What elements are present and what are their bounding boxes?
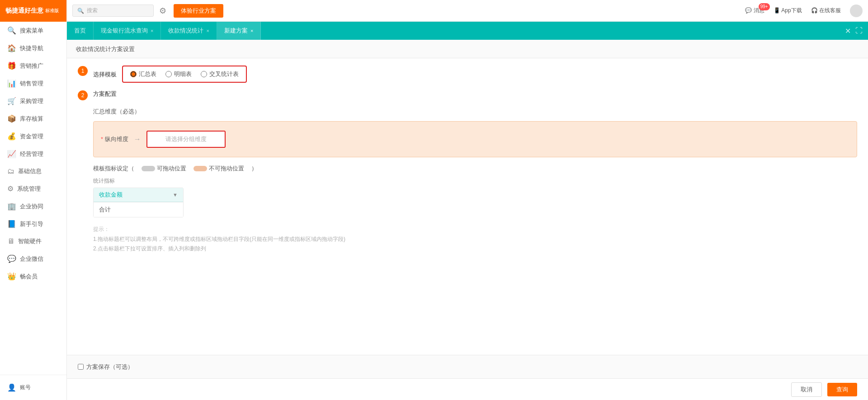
tips-area: 提示： 1.拖动标题栏可以调整布局，不可跨维度或指标区域拖动栏目字段(只能在同一… [93, 225, 857, 254]
finance-icon: 💰 [7, 132, 16, 141]
sidebar-label-finance: 资金管理 [20, 132, 43, 141]
legend-movable-label: 可拖动位置 [157, 165, 186, 173]
dim-required-label: 汇总维度（必选） [93, 108, 140, 115]
sidebar-item-basic[interactable]: 🗂基础信息 [0, 163, 66, 180]
operation-icon: 📈 [7, 150, 16, 158]
main-area: 🔍 搜索 ⚙ 体验行业方案 💬 消息 99+ 📱 App下载 🎧 在线客服 首页… [67, 0, 868, 400]
quick-nav-icon: 🏠 [7, 44, 16, 52]
sidebar-bottom-label: 账号 [20, 384, 31, 391]
sidebar-item-purchase[interactable]: 🛒采购管理 [0, 92, 66, 110]
search-placeholder: 搜索 [87, 7, 98, 14]
cancel-button[interactable]: 取消 [791, 382, 822, 397]
query-button[interactable]: 查询 [827, 383, 857, 396]
settings-icon[interactable]: ⚙ [159, 6, 166, 16]
logo-text: 畅捷通好生意 [5, 7, 43, 15]
sidebar-item-system[interactable]: ⚙系统管理 [0, 180, 66, 198]
sidebar-item-hardware[interactable]: 🖥智能硬件 [0, 233, 66, 250]
vertical-label-text: 纵向维度 [105, 136, 128, 142]
sidebar-item-member[interactable]: 👑畅会员 [0, 268, 66, 285]
tab-bank-flow[interactable]: 现金银行流水查询× [94, 22, 161, 40]
metrics-close-paren: ） [251, 165, 257, 173]
sidebar-item-wechat[interactable]: 💬企业微信 [0, 250, 66, 268]
tips-title: 提示： [93, 226, 109, 232]
radio-cross-label: 交叉统计表 [209, 70, 239, 78]
sidebar-label-basic: 基础信息 [18, 167, 42, 175]
radio-detail[interactable]: 明细表 [165, 70, 192, 78]
search-icon: 🔍 [7, 26, 16, 35]
user-avatar[interactable] [850, 5, 863, 17]
search-icon: 🔍 [77, 8, 84, 14]
radio-summary[interactable]: 汇总表 [130, 70, 156, 78]
save-plan-checkbox[interactable] [78, 364, 84, 370]
industry-btn[interactable]: 体验行业方案 [174, 4, 223, 18]
section2-row: 2 方案配置 [78, 90, 857, 100]
radio-summary-input[interactable] [130, 71, 137, 77]
sidebar-item-quick-nav[interactable]: 🏠快捷导航 [0, 39, 66, 57]
maximize-icon[interactable]: ⛶ [855, 27, 863, 35]
sidebar-item-guide[interactable]: 📘新手引导 [0, 215, 66, 233]
section1-label: 选择模板 [93, 71, 117, 79]
dim-arrow-icon: → [134, 135, 141, 143]
sidebar-item-marketing[interactable]: 🎁营销推广 [0, 57, 66, 75]
tab-label-home: 首页 [74, 27, 86, 35]
topbar: 🔍 搜索 ⚙ 体验行业方案 💬 消息 99+ 📱 App下载 🎧 在线客服 [67, 0, 868, 22]
template-options: 汇总表 明细表 交叉统计表 [122, 66, 247, 83]
tab-close-new-plan[interactable]: × [250, 28, 253, 33]
sidebar-label-purchase: 采购管理 [20, 97, 43, 105]
tab-new-plan[interactable]: 新建方案× [217, 22, 261, 40]
sidebar-item-inventory[interactable]: 📦库存核算 [0, 110, 66, 127]
enterprise-icon: 🏢 [7, 202, 16, 211]
message-badge: 99+ [759, 3, 770, 10]
tabbar: 首页现金银行流水查询×收款情况统计×新建方案× ✕ ⛶ [67, 22, 868, 40]
topbar-right: 💬 消息 99+ 📱 App下载 🎧 在线客服 [745, 5, 863, 17]
sidebar-item-bottom1[interactable]: 👤 账号 [0, 379, 66, 396]
tab-collection-stat[interactable]: 收款情况统计× [161, 22, 217, 40]
sidebar-bottom: 👤 账号 [0, 375, 66, 400]
content-area: 收款情况统计方案设置 1 选择模板 汇总表 [67, 40, 868, 378]
download-icon: 📱 [774, 7, 780, 14]
message-area[interactable]: 💬 消息 99+ [745, 7, 764, 14]
section1-row: 1 选择模板 汇总表 明细表 [78, 66, 857, 83]
tab-close-bank-flow[interactable]: × [151, 28, 153, 33]
tab-label-bank-flow: 现金银行流水查询 [101, 27, 148, 35]
service-icon: 🎧 [811, 7, 818, 14]
sidebar: 畅捷通好生意 标准版 🔍搜索菜单🏠快捷导航🎁营销推广📊销售管理🛒采购管理📦库存核… [0, 0, 67, 400]
vertical-label: * 纵向维度 [101, 135, 128, 143]
radio-detail-label: 明细表 [174, 70, 192, 78]
online-service[interactable]: 🎧 在线客服 [811, 7, 841, 14]
sidebar-item-search[interactable]: 🔍搜索菜单 [0, 22, 66, 39]
metrics-tables: 统计指标 收款金额 ▼ 合计 [93, 177, 857, 217]
sidebar-item-finance[interactable]: 💰资金管理 [0, 127, 66, 145]
dim-placeholder[interactable]: 请选择分组维度 [146, 131, 226, 148]
system-icon: ⚙ [7, 184, 14, 193]
message-icon: 💬 [745, 7, 752, 14]
col1-chevron[interactable]: ▼ [173, 192, 178, 198]
sidebar-item-enterprise[interactable]: 🏢企业协同 [0, 198, 66, 215]
purchase-icon: 🛒 [7, 97, 16, 105]
sidebar-label-sales: 销售管理 [20, 80, 43, 88]
search-bar[interactable]: 🔍 搜索 [72, 5, 154, 17]
col1-label: 收款金额 [99, 191, 123, 199]
page-content: 收款情况统计方案设置 1 选择模板 汇总表 [67, 40, 868, 378]
metrics-title: 模板指标设定（ [93, 165, 134, 173]
metrics-table: 收款金额 ▼ 合计 [93, 188, 184, 217]
app-download[interactable]: 📱 App下载 [774, 7, 802, 14]
save-plan-label: 方案保存（可选） [86, 363, 133, 371]
save-plan-area: 方案保存（可选） [78, 363, 133, 371]
tab-close-collection-stat[interactable]: × [206, 28, 209, 33]
radio-cross[interactable]: 交叉统计表 [201, 70, 239, 78]
radio-cross-input[interactable] [201, 71, 207, 77]
tab-home[interactable]: 首页 [67, 22, 94, 40]
sidebar-label-wechat: 企业微信 [20, 255, 43, 263]
sidebar-item-sales[interactable]: 📊销售管理 [0, 75, 66, 92]
legend-movable: 可拖动位置 [142, 165, 186, 173]
tabbar-actions: ✕ ⛶ [840, 22, 868, 40]
sidebar-label-quick-nav: 快捷导航 [20, 44, 43, 52]
hardware-icon: 🖥 [7, 237, 14, 245]
radio-detail-input[interactable] [165, 71, 172, 77]
metrics-col-header: 收款金额 ▼ [94, 188, 183, 202]
tip1: 1.拖动标题栏可以调整布局，不可跨维度或指标区域拖动栏目字段(只能在同一维度或指… [93, 235, 857, 245]
close-window-icon[interactable]: ✕ [845, 27, 851, 35]
sidebar-item-operation[interactable]: 📈经营管理 [0, 145, 66, 163]
action-bar: 取消 查询 [67, 378, 868, 400]
